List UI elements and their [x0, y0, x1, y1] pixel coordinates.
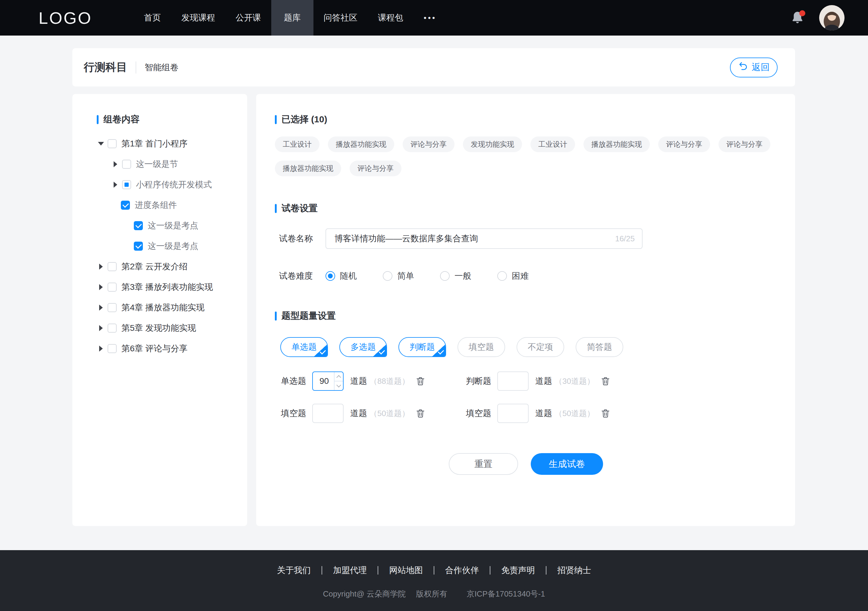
tree-item-chapter4[interactable]: 第4章 播放器功能实现 [72, 297, 247, 318]
checkbox-checked[interactable] [134, 221, 143, 230]
quantity-input[interactable] [498, 372, 528, 390]
nav-item-course-package[interactable]: 课程包 [368, 0, 414, 36]
quantity-input-box [497, 404, 529, 423]
radio-easy[interactable]: 简单 [383, 270, 414, 282]
footer-link-about[interactable]: 关于我们 [266, 565, 322, 576]
quantity-available-hint: （30道题） [555, 376, 595, 387]
selected-tag[interactable]: 工业设计 [275, 136, 319, 152]
footer-link-partners[interactable]: 合作伙伴 [434, 565, 490, 576]
spinner-up-icon[interactable] [335, 372, 343, 381]
tree-item-knowledge-point[interactable]: 这一级是考点 [72, 215, 247, 236]
caret-right-icon[interactable] [98, 284, 104, 290]
question-type-buttons: 单选题 多选题 判断题 填空题 不定项 简答题 [280, 337, 777, 357]
caret-right-icon[interactable] [98, 264, 104, 270]
checkbox-unchecked[interactable] [122, 160, 131, 169]
radio-random[interactable]: 随机 [326, 270, 357, 282]
quantity-input-box [312, 404, 344, 423]
tree-item-chapter2[interactable]: 第2章 云开发介绍 [72, 257, 247, 277]
spinner-down-icon[interactable] [335, 381, 343, 390]
selected-tags: 工业设计 播放器功能实现 评论与分享 发现功能实现 工业设计 播放器功能实现 评… [275, 136, 775, 176]
quantity-label: 填空题 [281, 408, 306, 419]
corner-check-icon [372, 344, 387, 357]
paper-name-label: 试卷名称 [279, 233, 313, 244]
user-avatar[interactable] [819, 5, 845, 31]
caret-right-icon[interactable] [98, 305, 104, 311]
checkbox-unchecked[interactable] [108, 303, 117, 312]
caret-right-icon[interactable] [98, 346, 104, 351]
footer-link-careers[interactable]: 招贤纳士 [546, 565, 602, 576]
footer-link-disclaimer[interactable]: 免责声明 [490, 565, 546, 576]
tree-item-chapter5[interactable]: 第5章 发现功能实现 [72, 318, 247, 338]
checkbox-unchecked[interactable] [108, 323, 117, 333]
nav-item-home[interactable]: 首页 [134, 0, 171, 36]
checkbox-unchecked[interactable] [108, 139, 117, 148]
type-button-indefinite[interactable]: 不定项 [516, 337, 564, 357]
difficulty-options: 随机 简单 一般 困难 [326, 270, 529, 282]
delete-row-button[interactable] [415, 375, 426, 387]
logo[interactable]: LOGO [39, 8, 92, 28]
avatar-photo [819, 26, 845, 31]
type-button-true-false[interactable]: 判断题 [398, 337, 446, 357]
caret-right-icon[interactable] [98, 325, 104, 331]
checkbox-indeterminate[interactable] [122, 180, 131, 189]
nav-item-discover-courses[interactable]: 发现课程 [171, 0, 225, 36]
radio-medium[interactable]: 一般 [440, 270, 471, 282]
trash-icon [600, 376, 611, 386]
caret-down-icon[interactable] [98, 142, 104, 145]
corner-check-icon [313, 344, 328, 357]
type-button-label: 填空题 [469, 341, 494, 353]
selected-tag[interactable]: 评论与分享 [658, 136, 710, 152]
quantity-unit: 道题 [350, 375, 367, 387]
delete-row-button[interactable] [600, 408, 611, 419]
reset-button[interactable]: 重置 [449, 453, 518, 475]
paper-name-input[interactable] [326, 228, 643, 249]
checkbox-unchecked[interactable] [108, 344, 117, 353]
nav-item-more[interactable]: ••• [414, 0, 446, 36]
checkbox-unchecked[interactable] [108, 262, 117, 271]
type-button-fill-blank[interactable]: 填空题 [457, 337, 505, 357]
selected-tag[interactable]: 评论与分享 [350, 161, 401, 176]
quantity-unit: 道题 [535, 375, 552, 387]
radio-hard[interactable]: 困难 [497, 270, 529, 282]
checkbox-checked[interactable] [121, 201, 130, 210]
tree-item-knowledge-point[interactable]: 这一级是考点 [72, 236, 247, 257]
selected-tag[interactable]: 评论与分享 [719, 136, 770, 152]
generate-paper-button[interactable]: 生成试卷 [531, 453, 603, 475]
tree-item-chapter6[interactable]: 第6章 评论与分享 [72, 338, 247, 359]
type-button-single-choice[interactable]: 单选题 [280, 337, 328, 357]
title-divider [136, 62, 136, 74]
tree-item-chapter3[interactable]: 第3章 播放列表功能实现 [72, 277, 247, 297]
type-button-multi-choice[interactable]: 多选题 [339, 337, 387, 357]
selected-tag[interactable]: 播放器功能实现 [275, 161, 341, 176]
bell-icon [790, 20, 805, 26]
delete-row-button[interactable] [600, 375, 611, 387]
selected-tag[interactable]: 工业设计 [530, 136, 575, 152]
checkbox-checked[interactable] [134, 241, 143, 251]
selected-tag[interactable]: 播放器功能实现 [583, 136, 650, 152]
quantity-input[interactable] [313, 404, 343, 422]
footer-link-sitemap[interactable]: 网站地图 [378, 565, 434, 576]
caret-right-icon[interactable] [112, 182, 118, 188]
nav-item-qa-community[interactable]: 问答社区 [313, 0, 368, 36]
back-button[interactable]: 返回 [730, 57, 778, 77]
difficulty-label: 试卷难度 [279, 270, 313, 282]
tree-item-section[interactable]: 小程序传统开发模式 [72, 175, 247, 195]
notification-bell-button[interactable] [790, 10, 805, 25]
nav-item-question-bank[interactable]: 题库 [271, 0, 313, 36]
type-button-short-answer[interactable]: 简答题 [576, 337, 623, 357]
tree-item-chapter1[interactable]: 第1章 首门小程序 [72, 133, 247, 154]
checkbox-unchecked[interactable] [108, 283, 117, 292]
selected-tag[interactable]: 播放器功能实现 [328, 136, 394, 152]
tree-item-lesson[interactable]: 进度条组件 [72, 195, 247, 215]
tree-item-section[interactable]: 这一级是节 [72, 154, 247, 175]
nav-item-open-courses[interactable]: 公开课 [225, 0, 271, 36]
selected-tag[interactable]: 评论与分享 [403, 136, 454, 152]
footer-link-agency[interactable]: 加盟代理 [322, 565, 378, 576]
paper-settings-panel: 已选择 (10) 工业设计 播放器功能实现 评论与分享 发现功能实现 工业设计 … [256, 94, 795, 526]
nav-item-label: 公开课 [236, 12, 261, 23]
caret-right-icon[interactable] [112, 161, 118, 167]
delete-row-button[interactable] [415, 408, 426, 419]
selected-tag[interactable]: 发现功能实现 [463, 136, 522, 152]
tree-item-label: 小程序传统开发模式 [136, 179, 212, 190]
quantity-input[interactable] [498, 404, 528, 422]
